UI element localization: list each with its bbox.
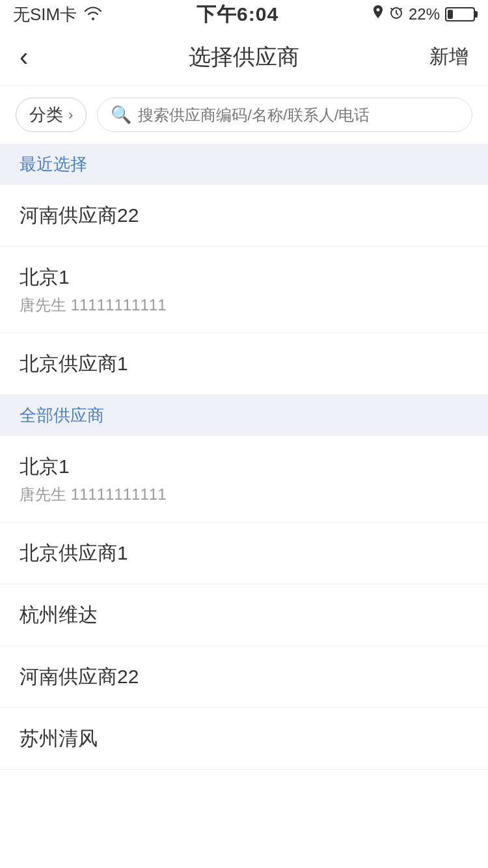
category-label: 分类 <box>29 103 63 126</box>
list-item[interactable]: 北京供应商1 <box>0 522 488 584</box>
all-label: 全部供应商 <box>20 405 104 425</box>
item-name: 河南供应商22 <box>20 202 468 229</box>
list-item[interactable]: 北京1唐先生 11111111111 <box>0 436 488 522</box>
item-name: 北京1 <box>20 453 468 480</box>
item-name: 河南供应商22 <box>20 663 468 690</box>
alarm-icon <box>389 5 403 23</box>
list-item[interactable]: 北京供应商1 <box>0 333 488 395</box>
location-icon <box>372 5 384 23</box>
time-display: 下午6:04 <box>197 1 278 28</box>
recent-items-list: 河南供应商22北京1唐先生 11111111111北京供应商1 <box>0 185 488 395</box>
carrier-label: 无SIM卡 <box>13 3 77 26</box>
category-filter[interactable]: 分类 › <box>16 98 87 132</box>
filter-bar: 分类 › 🔍 <box>0 86 488 144</box>
wifi-icon <box>83 5 103 25</box>
list-item[interactable]: 北京1唐先生 11111111111 <box>0 247 488 333</box>
search-icon: 🔍 <box>111 105 131 125</box>
chevron-right-icon: › <box>68 107 73 124</box>
search-input[interactable] <box>138 106 459 124</box>
list-item[interactable]: 杭州维达 <box>0 584 488 646</box>
nav-bar: ‹ 选择供应商 新增 <box>0 29 488 86</box>
all-items-list: 北京1唐先生 11111111111北京供应商1杭州维达河南供应商22苏州清风 <box>0 436 488 770</box>
battery-percentage: 22% <box>409 5 440 23</box>
item-name: 北京1 <box>20 264 468 291</box>
list-item[interactable]: 苏州清风 <box>0 708 488 770</box>
page-title: 选择供应商 <box>189 42 299 72</box>
back-button[interactable]: ‹ <box>20 42 59 72</box>
item-contact: 唐先生 11111111111 <box>20 484 468 505</box>
add-button[interactable]: 新增 <box>429 44 468 70</box>
recent-label: 最近选择 <box>20 154 87 174</box>
item-contact: 唐先生 11111111111 <box>20 295 468 316</box>
battery-icon <box>445 7 475 21</box>
item-name: 北京供应商1 <box>20 539 468 567</box>
status-bar: 无SIM卡 下午6:04 22% <box>0 0 488 29</box>
search-container: 🔍 <box>97 98 472 132</box>
item-name: 杭州维达 <box>20 601 468 629</box>
item-name: 北京供应商1 <box>20 350 468 377</box>
list-item[interactable]: 河南供应商22 <box>0 646 488 708</box>
all-section-header: 全部供应商 <box>0 395 488 436</box>
recent-section-header: 最近选择 <box>0 144 488 185</box>
status-right: 22% <box>372 5 475 23</box>
status-left: 无SIM卡 <box>13 3 103 26</box>
item-name: 苏州清风 <box>20 725 468 752</box>
list-item[interactable]: 河南供应商22 <box>0 185 488 247</box>
